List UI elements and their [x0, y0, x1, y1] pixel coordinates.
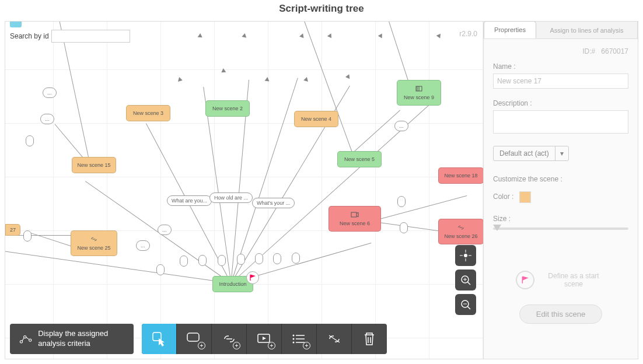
connector[interactable]: [26, 135, 34, 146]
add-link-tool-button[interactable]: +: [212, 324, 247, 354]
add-media-tool-button[interactable]: +: [247, 324, 282, 354]
connector[interactable]: [292, 253, 300, 264]
ellipsis-node[interactable]: ...: [136, 240, 150, 251]
option-oval[interactable]: What are you...: [167, 195, 212, 206]
node-scene-25[interactable]: New scene 25: [71, 230, 117, 256]
connector[interactable]: [156, 264, 165, 275]
ellipsis-node[interactable]: ...: [43, 88, 57, 98]
search-box: Search by id: [10, 30, 130, 43]
color-swatch[interactable]: [519, 191, 531, 203]
version-label: r2.9.0: [459, 30, 477, 38]
zoom-in-button[interactable]: [455, 270, 476, 290]
svg-line-30: [329, 335, 340, 342]
connector[interactable]: [397, 196, 406, 207]
connector[interactable]: [400, 222, 408, 233]
node-scene-15[interactable]: New scene 15: [72, 157, 116, 173]
node-label: New scene 25: [77, 245, 110, 251]
svg-point-29: [292, 342, 294, 344]
node-scene-27[interactable]: 27: [5, 224, 20, 236]
edit-scene-button[interactable]: Edit this scene: [519, 304, 603, 324]
connector[interactable]: [180, 256, 188, 267]
node-scene-3[interactable]: New scene 3: [126, 105, 170, 121]
tool-strip: + + + +: [142, 324, 387, 354]
node-label: 27: [10, 227, 16, 233]
node-scene-5[interactable]: New scene 5: [337, 151, 382, 167]
node-scene-9[interactable]: New scene 9: [397, 80, 441, 106]
link-icon: [457, 224, 465, 231]
chevron-down-icon: ▾: [555, 146, 568, 160]
svg-line-14: [467, 306, 470, 309]
node-label: Introduction: [219, 281, 246, 287]
tab-properties[interactable]: Proprerties: [484, 21, 536, 38]
unlink-tool-button[interactable]: [317, 324, 352, 354]
id-value: 6670017: [601, 47, 628, 55]
add-list-tool-button[interactable]: +: [282, 324, 317, 354]
node-scene-2[interactable]: New scene 2: [205, 100, 250, 117]
sidebar: Proprerties Assign to lines of analysis …: [483, 22, 638, 359]
scene-icon: [415, 85, 423, 92]
display-analysis-button[interactable]: Display the assigned analysis criteria: [10, 324, 134, 354]
node-scene-26[interactable]: New scene 26: [438, 219, 483, 244]
tab-assign-analysis[interactable]: Assign to lines of analysis: [536, 22, 638, 38]
node-label: New scene 15: [77, 162, 110, 168]
color-label: Color :: [493, 192, 513, 201]
node-label: New scene 18: [444, 173, 477, 178]
properties-panel: ID:# 6670017 Name : Description : Defaul…: [484, 39, 638, 332]
zoom-out-button[interactable]: [455, 294, 476, 315]
id-line: ID:# 6670017: [493, 47, 628, 55]
add-node-tool-button[interactable]: +: [177, 324, 212, 354]
description-input[interactable]: [493, 110, 628, 134]
id-label: ID:#: [582, 47, 595, 55]
sidebar-tabs: Proprerties Assign to lines of analysis: [484, 22, 638, 39]
zoom-controls: [455, 245, 476, 315]
name-input[interactable]: [493, 74, 628, 89]
node-label: New scene 9: [404, 94, 434, 100]
node-scene-6[interactable]: New scene 6: [329, 206, 381, 232]
svg-rect-0: [351, 212, 357, 217]
option-oval[interactable]: How old are ...: [209, 192, 253, 203]
center-view-button[interactable]: [455, 245, 476, 266]
connector[interactable]: [255, 253, 263, 264]
node-label: New scene 3: [133, 110, 163, 116]
customize-label: Customize the scene :: [493, 175, 628, 183]
plus-icon: +: [268, 342, 275, 349]
ellipsis-node[interactable]: ...: [158, 225, 172, 235]
size-label: Size :: [493, 215, 511, 223]
act-select-label: Default act (act): [494, 146, 555, 160]
connector[interactable]: [237, 254, 245, 265]
ellipsis-node[interactable]: ...: [394, 121, 408, 131]
svg-line-19: [22, 338, 24, 341]
delete-tool-button[interactable]: [352, 324, 387, 354]
define-start-button[interactable]: Define as a start scene: [493, 271, 628, 289]
node-scene-4[interactable]: New scene 4: [294, 111, 338, 127]
act-select[interactable]: Default act (act) ▾: [493, 146, 569, 161]
plus-icon: +: [198, 342, 205, 349]
connector[interactable]: [198, 255, 207, 266]
search-input[interactable]: [51, 30, 130, 43]
svg-point-27: [292, 335, 294, 337]
size-slider[interactable]: [493, 228, 628, 230]
page-title: Script-writing tree: [0, 0, 643, 20]
ellipsis-node[interactable]: ...: [40, 114, 54, 124]
node-scene-18[interactable]: New scene 18: [438, 167, 483, 184]
flag-icon: [516, 271, 534, 289]
name-label: Name :: [493, 62, 628, 71]
svg-line-10: [467, 282, 470, 285]
connector[interactable]: [273, 253, 281, 264]
node-label: New scene 2: [212, 106, 243, 111]
link-icon: [90, 236, 98, 243]
scene-icon: [351, 211, 359, 218]
svg-point-18: [29, 339, 32, 341]
option-oval[interactable]: What's your ...: [252, 198, 295, 208]
node-label: New scene 6: [340, 220, 370, 226]
select-tool-button[interactable]: [142, 324, 177, 354]
connector[interactable]: [23, 230, 32, 242]
slider-thumb[interactable]: [493, 225, 501, 231]
start-flag-icon[interactable]: [246, 271, 259, 284]
svg-line-20: [26, 337, 29, 339]
analysis-icon: [19, 331, 32, 346]
plus-icon: +: [233, 342, 240, 349]
node-label: New scene 4: [301, 116, 331, 122]
canvas[interactable]: Search by id r2.9.0: [5, 22, 483, 359]
connector[interactable]: [218, 255, 226, 266]
